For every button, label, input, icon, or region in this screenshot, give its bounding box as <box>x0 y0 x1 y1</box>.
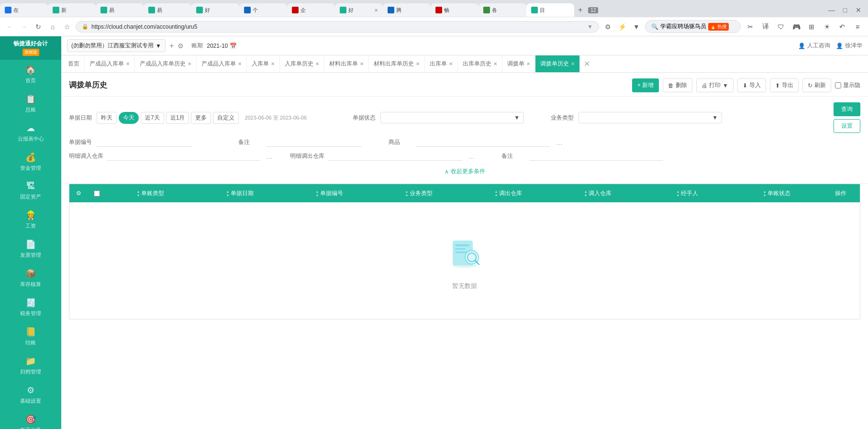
page-tab-close-9[interactable]: ✕ <box>493 61 497 66</box>
goods-input[interactable] <box>416 138 550 147</box>
add-company-button[interactable]: + <box>169 42 174 50</box>
browser-tab-9[interactable]: 腾 <box>383 3 431 17</box>
tab-close-8[interactable]: ✕ <box>374 8 378 13</box>
page-tab-close-5[interactable]: ✕ <box>315 61 319 66</box>
browser-tab-4[interactable]: 易 <box>144 3 191 17</box>
browser-tab-10[interactable]: 畅 <box>431 3 479 17</box>
sidebar-item-cloud-report[interactable]: ☁ 云报表中心 <box>0 118 61 147</box>
business-type-select[interactable]: ▼ <box>579 112 722 123</box>
page-tab-4[interactable]: 入库单 ✕ <box>247 55 280 73</box>
user-menu[interactable]: 👤 徐泽华 <box>836 42 862 50</box>
home-button[interactable]: ⌂ <box>47 21 58 33</box>
sidebar-item-home[interactable]: 🏠 首页 <box>0 60 61 89</box>
1month-btn[interactable]: 近1月 <box>166 112 189 124</box>
page-tab-1[interactable]: 产成品入库单 ✕ <box>85 55 135 73</box>
th-bill-type[interactable]: ▲▼ 单账类型 <box>106 189 195 198</box>
page-tab-close-1[interactable]: ✕ <box>126 61 130 66</box>
settings-gear-icon[interactable]: ⚙ <box>178 42 184 50</box>
show-columns-checkbox[interactable] <box>835 82 841 88</box>
page-tab-home[interactable]: 首页 <box>63 55 85 73</box>
page-tab-9[interactable]: 出库单历史 ✕ <box>458 55 502 73</box>
status-select[interactable]: ▼ <box>380 112 524 123</box>
page-tab-2[interactable]: 产成品入库单历史 ✕ <box>135 55 197 73</box>
page-tab-8[interactable]: 出库单 ✕ <box>425 55 458 73</box>
goods-more-icon[interactable]: … <box>556 139 563 146</box>
custom-btn[interactable]: 自定义 <box>213 112 239 124</box>
th-handler[interactable]: ▲▼ 经手人 <box>643 189 732 198</box>
reload-button[interactable]: ↻ <box>33 21 44 33</box>
th-in-warehouse[interactable]: ▲▼ 调入仓库 <box>553 189 643 198</box>
print-button[interactable]: 🖨 打印 ▼ <box>696 78 734 92</box>
browser-tab-12[interactable]: 目 <box>526 3 574 17</box>
page-tab-11[interactable]: 调拨单历史 ✕ <box>535 55 580 73</box>
page-tab-close-6[interactable]: ✕ <box>360 61 364 66</box>
search-bar[interactable]: 🔍 学霸应聘场驱鸟员 🔥 热搜 <box>645 20 741 33</box>
browser-tab-5[interactable]: 好 <box>191 3 239 17</box>
import-button[interactable]: ⬇ 导入 <box>737 78 766 92</box>
today-btn[interactable]: 今天 <box>119 112 139 124</box>
browser-tab-11[interactable]: 各 <box>479 3 526 17</box>
th-bill-status[interactable]: ▲▼ 单账状态 <box>732 189 822 198</box>
th-out-warehouse[interactable]: ▲▼ 调出仓库 <box>464 189 553 198</box>
table-settings-icon[interactable]: ⚙ <box>69 190 88 197</box>
page-tab-7[interactable]: 材料出库单历史 ✕ <box>369 55 425 73</box>
th-bill-no[interactable]: ▲▼ 单据编号 <box>285 189 374 198</box>
address-bar[interactable]: 🔒 https://cloud.chanjet.com/accounting/u… <box>76 21 599 33</box>
page-tab-close-10[interactable]: ✕ <box>526 61 530 66</box>
close-button[interactable]: ✕ <box>853 4 864 16</box>
page-tab-close-7[interactable]: ✕ <box>416 61 420 66</box>
scissors-icon[interactable]: ✂ <box>744 20 757 33</box>
page-tab-3[interactable]: 产成品入库单 ✕ <box>197 55 247 73</box>
menu-icon[interactable]: ≡ <box>851 20 864 33</box>
period-value[interactable]: 2021-10 📅 <box>207 43 237 49</box>
page-tab-5[interactable]: 入库单历史 ✕ <box>280 55 324 73</box>
refresh-button[interactable]: ↻ 刷新 <box>802 78 831 92</box>
sidebar-item-closing[interactable]: 📒 结账 <box>0 322 61 351</box>
page-tab-10[interactable]: 调拨单 ✕ <box>502 55 535 73</box>
collapse-filter-button[interactable]: ∧ 收起更多条件 <box>439 165 491 177</box>
bill-no-input[interactable] <box>97 138 192 147</box>
page-tab-6[interactable]: 材料出库单 ✕ <box>324 55 369 73</box>
dropdown-button[interactable]: ▼ <box>631 21 642 33</box>
sidebar-item-settings[interactable]: ⚙ 基础设置 <box>0 380 61 409</box>
translate-icon[interactable]: 译 <box>759 20 772 33</box>
show-columns-toggle[interactable]: 显示隐 <box>835 81 860 89</box>
detail-in-input[interactable] <box>107 152 260 161</box>
company-selector[interactable]: (勿删勿禁用）江西服宝测试专用 ▼ <box>67 39 166 52</box>
page-tab-close-3[interactable]: ✕ <box>238 61 242 66</box>
detail-out-input[interactable] <box>328 152 462 161</box>
more-btn[interactable]: 更多 <box>191 112 211 124</box>
sidebar-item-inventory[interactable]: 📦 库存核算 <box>0 264 61 293</box>
select-all-checkbox[interactable] <box>94 190 100 197</box>
browser-tab-7[interactable]: 企 <box>287 3 335 17</box>
grid-icon[interactable]: ⊞ <box>805 20 818 33</box>
sidebar-item-invoice[interactable]: 📄 发票管理 <box>0 234 61 264</box>
close-all-tabs-button[interactable]: ✕ <box>580 57 594 70</box>
sidebar-item-ledger[interactable]: 📋 总账 <box>0 89 61 118</box>
sidebar-item-tax[interactable]: 🧾 税务管理 <box>0 293 61 322</box>
extensions-button[interactable]: ⚙ <box>602 21 613 33</box>
table-select-all[interactable] <box>88 190 106 197</box>
minimize-button[interactable]: — <box>826 4 837 16</box>
delete-button[interactable]: 🗑 删除 <box>663 78 692 92</box>
detail-in-more-icon[interactable]: … <box>266 153 273 160</box>
sidebar-item-capital[interactable]: 💰 资金管理 <box>0 147 61 176</box>
query-button[interactable]: 查询 <box>834 102 860 116</box>
detail-out-more-icon[interactable]: … <box>468 153 475 160</box>
customer-service-button[interactable]: 👤 人工咨询 <box>798 42 830 50</box>
sidebar-item-fixed-assets[interactable]: 🏗 固定资产 <box>0 176 61 205</box>
browser-tab-1[interactable]: 在 <box>0 3 48 17</box>
browser-tab-8[interactable]: 好 ✕ <box>335 3 383 17</box>
page-tab-close-11[interactable]: ✕ <box>571 61 575 66</box>
sidebar-item-guide[interactable]: 🎯 新手引导 <box>0 409 61 429</box>
note2-input[interactable] <box>529 152 663 161</box>
filter-settings-button[interactable]: 设置 <box>834 119 860 133</box>
lightning-button[interactable]: ⚡ <box>616 21 628 33</box>
note-input[interactable] <box>266 138 362 147</box>
game-icon[interactable]: 🎮 <box>790 20 803 33</box>
bookmark-button[interactable]: ☆ <box>61 21 73 33</box>
sidebar-item-payroll[interactable]: 👷 工资 <box>0 205 61 234</box>
page-tab-close-4[interactable]: ✕ <box>271 61 275 66</box>
sun-icon[interactable]: ☀ <box>820 20 834 33</box>
new-button[interactable]: + 新增 <box>632 78 659 92</box>
